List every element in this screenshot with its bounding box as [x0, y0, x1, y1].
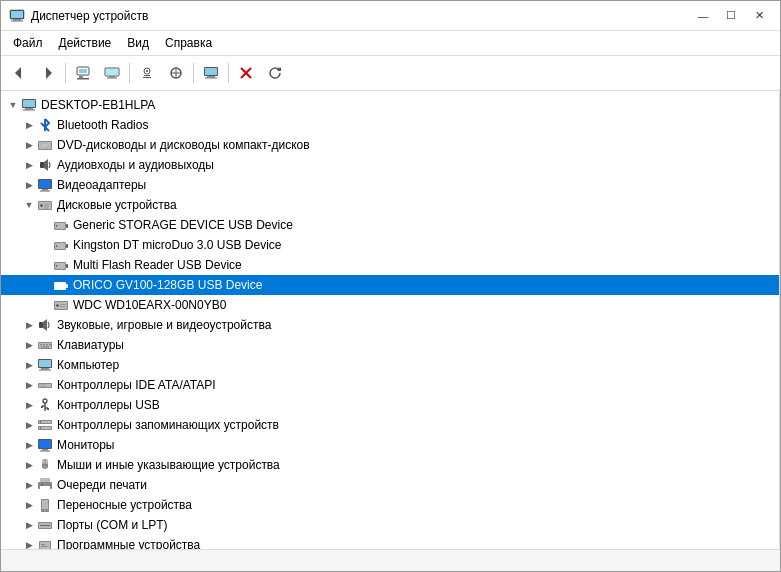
svg-rect-30	[23, 100, 35, 107]
menu-file[interactable]: Файл	[5, 33, 51, 53]
expand-display[interactable]: ▶	[21, 177, 37, 193]
svg-rect-69	[60, 306, 65, 307]
keyboard-label: Клавиатуры	[57, 338, 124, 352]
expand-root[interactable]: ▼	[5, 97, 21, 113]
ports-icon	[37, 517, 53, 533]
menu-view[interactable]: Вид	[119, 33, 157, 53]
tree-item-generic-storage[interactable]: ▶ Generic STORAGE DEVICE USB Device	[1, 215, 779, 235]
close-button[interactable]: ✕	[746, 6, 772, 26]
tree-root[interactable]: ▼ DESKTOP-EB1HLPA	[1, 95, 779, 115]
menu-action[interactable]: Действие	[51, 33, 120, 53]
svg-rect-41	[42, 189, 48, 191]
mouse-icon	[37, 457, 53, 473]
tree-item-sound[interactable]: ▶ Звуковые, игровые и видеоустройства	[1, 315, 779, 335]
expand-keyboard[interactable]: ▶	[21, 337, 37, 353]
usbdisk-icon-4	[53, 277, 69, 293]
toolbar-separator-4	[228, 63, 229, 83]
tree-item-ide[interactable]: ▶ Контроллеры IDE ATA/ATAPI	[1, 375, 779, 395]
expand-bluetooth[interactable]: ▶	[21, 117, 37, 133]
toolbar-delete[interactable]	[232, 59, 260, 87]
expand-dvd[interactable]: ▶	[21, 137, 37, 153]
menu-help[interactable]: Справка	[157, 33, 220, 53]
root-label: DESKTOP-EB1HLPA	[41, 98, 155, 112]
tree-item-software[interactable]: ▶ Программные устройства	[1, 535, 779, 549]
svg-rect-12	[109, 76, 115, 78]
toolbar-back[interactable]	[5, 59, 33, 87]
svg-rect-100	[39, 440, 51, 448]
tree-item-multiflash[interactable]: ▶ Multi Flash Reader USB Device	[1, 255, 779, 275]
svg-rect-73	[40, 344, 42, 345]
expand-ports[interactable]: ▶	[21, 517, 37, 533]
toolbar-computer[interactable]	[197, 59, 225, 87]
storage-ctrl-label: Контроллеры запоминающих устройств	[57, 418, 279, 432]
toolbar-properties[interactable]	[133, 59, 161, 87]
expand-print[interactable]: ▶	[21, 477, 37, 493]
tree-item-usb[interactable]: ▶ Контроллеры USB	[1, 395, 779, 415]
orico-label: ORICO GV100-128GB USB Device	[73, 278, 262, 292]
tree-item-kingston[interactable]: ▶ Kingston DT microDuo 3.0 USB Device	[1, 235, 779, 255]
toolbar-refresh[interactable]	[261, 59, 289, 87]
expand-mouse[interactable]: ▶	[21, 457, 37, 473]
svg-rect-46	[44, 204, 50, 205]
menu-bar: Файл Действие Вид Справка	[1, 31, 780, 56]
tree-item-monitor[interactable]: ▶ Мониторы	[1, 435, 779, 455]
svg-rect-7	[79, 69, 87, 73]
usbdisk-icon-3	[53, 257, 69, 273]
usbdisk-icon-1	[53, 217, 69, 233]
tree-item-dvd[interactable]: ▶ DVD-дисководы и дисководы компакт-диск…	[1, 135, 779, 155]
dvd-label: DVD-дисководы и дисководы компакт-дисков	[57, 138, 310, 152]
svg-rect-32	[23, 110, 35, 111]
monitor-icon	[37, 437, 53, 453]
svg-point-87	[43, 399, 47, 403]
expand-storage-ctrl[interactable]: ▶	[21, 417, 37, 433]
svg-point-121	[48, 525, 50, 527]
svg-rect-40	[39, 180, 51, 188]
toolbar-up[interactable]	[69, 59, 97, 87]
expand-portable[interactable]: ▶	[21, 497, 37, 513]
device-manager-window: Диспетчер устройств — ☐ ✕ Файл Действие …	[0, 0, 781, 572]
tree-item-mouse[interactable]: ▶ Мыши и иные указывающие устройства	[1, 455, 779, 475]
print-label: Очереди печати	[57, 478, 147, 492]
tree-panel[interactable]: ▼ DESKTOP-EB1HLPA ▶	[1, 91, 780, 549]
minimize-button[interactable]: —	[690, 6, 716, 26]
generic-storage-label: Generic STORAGE DEVICE USB Device	[73, 218, 293, 232]
toolbar-separator-2	[129, 63, 130, 83]
expand-usb[interactable]: ▶	[21, 397, 37, 413]
svg-point-118	[42, 525, 44, 527]
tree-item-portable[interactable]: ▶ Переносные устройства	[1, 495, 779, 515]
expand-software[interactable]: ▶	[21, 537, 37, 549]
tree-item-print[interactable]: ▶ Очереди печати	[1, 475, 779, 495]
tree-item-computer[interactable]: ▶ Компьютер	[1, 355, 779, 375]
svg-rect-125	[41, 546, 47, 547]
expand-disk[interactable]: ▼	[21, 197, 37, 213]
sound-icon	[37, 317, 53, 333]
expand-audio[interactable]: ▶	[21, 157, 37, 173]
tree-item-storage-ctrl[interactable]: ▶ Контроллеры запоминающих устройств	[1, 415, 779, 435]
svg-rect-38	[40, 162, 44, 168]
tree-item-disk[interactable]: ▼ Дисковые устройства	[1, 195, 779, 215]
tree-item-display[interactable]: ▶ Видеоадаптеры	[1, 175, 779, 195]
toolbar-devices[interactable]	[98, 59, 126, 87]
expand-sound[interactable]: ▶	[21, 317, 37, 333]
svg-rect-23	[207, 76, 215, 78]
maximize-button[interactable]: ☐	[718, 6, 744, 26]
expand-ide[interactable]: ▶	[21, 377, 37, 393]
toolbar-scan[interactable]	[162, 59, 190, 87]
toolbar-forward[interactable]	[34, 59, 62, 87]
tree-item-ports[interactable]: ▶ Порты (COM и LPT)	[1, 515, 779, 535]
svg-rect-108	[40, 478, 50, 482]
tree-item-keyboard[interactable]: ▶ Клавиатуры	[1, 335, 779, 355]
portable-label: Переносные устройства	[57, 498, 192, 512]
expand-computer[interactable]: ▶	[21, 357, 37, 373]
tree-item-wdc[interactable]: ▶ WDC WD10EARX-00N0YB0	[1, 295, 779, 315]
tree-item-audio[interactable]: ▶ Аудиовходы и аудиовыходы	[1, 155, 779, 175]
main-area: ▼ DESKTOP-EB1HLPA ▶	[1, 91, 780, 549]
tree-item-bluetooth[interactable]: ▶ Bluetooth Radios	[1, 115, 779, 135]
software-icon	[37, 537, 53, 549]
computer-sm-icon	[37, 357, 53, 373]
svg-rect-124	[41, 544, 45, 545]
tree-item-orico[interactable]: ▶ ORICO GV100-128GB USB Device	[1, 275, 779, 295]
svg-point-97	[40, 421, 41, 422]
expand-monitor[interactable]: ▶	[21, 437, 37, 453]
svg-point-52	[56, 225, 58, 227]
